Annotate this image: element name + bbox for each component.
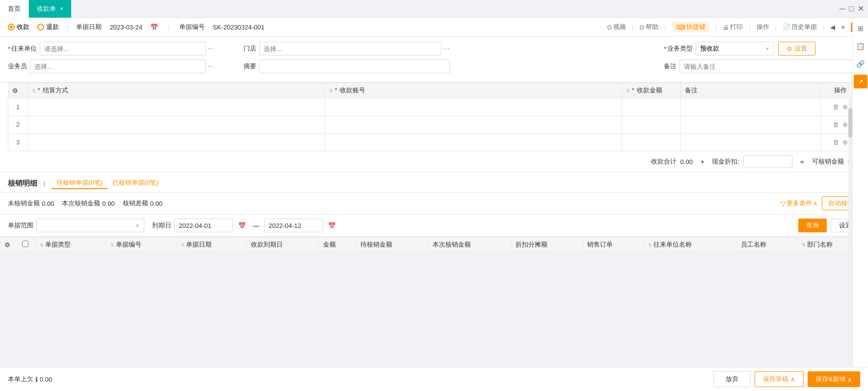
- save-draft-btn[interactable]: 保存草稿 ∧: [755, 371, 804, 387]
- biz-type-field: * 业务类型 预收款 ▼ ⚙ 设置: [664, 42, 860, 56]
- biz-type-select[interactable]: 预收款 ▼: [696, 42, 774, 56]
- due-date-to[interactable]: [264, 219, 323, 232]
- row2-account[interactable]: [325, 116, 622, 134]
- help-icon: ⊙: [639, 24, 645, 31]
- row1-amount[interactable]: [622, 98, 681, 116]
- biz-required: *: [664, 45, 666, 53]
- summary-label: 摘要: [244, 62, 256, 71]
- due-date-from[interactable]: [174, 219, 233, 232]
- row2-settlement[interactable]: [28, 116, 325, 134]
- row1-remark[interactable]: [681, 98, 821, 116]
- print-icon: 🖨: [723, 24, 729, 31]
- remark-input[interactable]: [679, 59, 860, 73]
- tab-pending[interactable]: 待核销单据(0笔): [52, 177, 108, 189]
- carry-info-icon[interactable]: ℹ: [35, 376, 38, 383]
- nav-left-icon[interactable]: ◀: [830, 24, 835, 31]
- history-btn[interactable]: 📄 历史单据: [783, 23, 817, 31]
- writeoff-info-icon[interactable]: ℹ: [43, 180, 46, 187]
- sidebar-icon-1[interactable]: ⊞: [854, 22, 868, 35]
- staff-input[interactable]: [30, 59, 206, 73]
- row3-copy-icon[interactable]: ⊕: [842, 139, 848, 146]
- uncleaned-stat: 未核销金额 0.00: [8, 199, 54, 208]
- minimize-icon[interactable]: ─: [840, 4, 845, 13]
- query-btn[interactable]: 查询: [798, 219, 827, 232]
- form-row-1: * 往来单位 ··· 门店 ··· * 业务类型 预收款 ▼ ⚙ 设置: [8, 42, 860, 56]
- sidebar-icon-3[interactable]: 🔗: [854, 57, 868, 71]
- row2-copy-icon[interactable]: ⊕: [842, 121, 848, 128]
- tab-home[interactable]: 首页: [0, 0, 29, 18]
- select-all-checkbox[interactable]: [22, 241, 28, 247]
- row3-amount[interactable]: [622, 134, 681, 151]
- operate-btn[interactable]: 操作: [757, 23, 769, 31]
- radio-tuikuan[interactable]: 退款: [37, 23, 59, 31]
- partner-required: *: [8, 45, 10, 53]
- staff-more-btn[interactable]: ···: [208, 62, 214, 71]
- layout-list-icon[interactable]: ≡: [841, 24, 845, 31]
- row2-remark[interactable]: [681, 116, 821, 134]
- uncleaned-label: 未核销金额: [8, 199, 40, 208]
- row3-delete-icon[interactable]: 🗑: [833, 139, 839, 146]
- bottom-gear-icon[interactable]: ⚙: [4, 241, 10, 249]
- tab-done[interactable]: 已核销单据(0笔): [108, 177, 163, 189]
- tab-close-icon[interactable]: ×: [60, 5, 63, 12]
- carry-label: 本单上欠: [8, 375, 33, 384]
- scrollbar[interactable]: [848, 98, 852, 367]
- divider-4: |: [664, 24, 666, 31]
- abandon-btn[interactable]: 放弃: [713, 371, 751, 387]
- video-btn[interactable]: ⊙ 视频: [607, 23, 626, 31]
- table-gear-icon[interactable]: ⚙: [12, 87, 18, 94]
- receipt-table: ⚙ ⇅ * 结算方式 ⇅ * 收款账号 ⇅ * 收款金额: [8, 83, 860, 151]
- video-icon: ⊙: [607, 24, 612, 31]
- sidebar-icon-2[interactable]: 📋: [854, 39, 868, 53]
- row-num-3: 3: [8, 134, 28, 151]
- divider-3: |: [632, 24, 633, 31]
- partner-field: * 往来单位 ···: [8, 42, 214, 56]
- calendar-icon[interactable]: 📅: [150, 24, 158, 31]
- receipt-type-radio: 收款 退款: [8, 23, 59, 31]
- shop-label: 门店: [244, 44, 256, 53]
- close-window-icon[interactable]: ✕: [858, 4, 864, 13]
- more-conditions-btn[interactable]: ▽ 更多条件 ∧: [781, 199, 818, 208]
- partner-input[interactable]: [40, 42, 206, 56]
- scrollbar-thumb[interactable]: [848, 108, 852, 138]
- save-new-btn[interactable]: 保存&新增 ∧: [808, 371, 860, 387]
- shop-input[interactable]: [259, 42, 441, 56]
- col-gear[interactable]: ⚙: [8, 83, 28, 98]
- col-account-header: ⇅ * 收款账号: [325, 83, 622, 98]
- row3-account[interactable]: [325, 134, 622, 151]
- row2-delete-icon[interactable]: 🗑: [833, 121, 839, 128]
- toolbar-right-actions: ⊙ 视频 | ⊙ 帮助 | ⌨ 快捷键 | 🖨 打印 | 操作 | 📄 历史单据…: [607, 22, 860, 32]
- partner-more-btn[interactable]: ···: [208, 44, 214, 53]
- toolbar: 收款 退款 | 单据日期 2023-03-24 📅 | 单据编号 SK-2023…: [0, 18, 868, 37]
- row1-settlement[interactable]: [28, 98, 325, 116]
- bottom-col-gear[interactable]: ⚙: [0, 237, 18, 252]
- divider-8: |: [823, 24, 824, 31]
- help-btn[interactable]: ⊙ 帮助: [639, 23, 658, 31]
- summary-input[interactable]: [259, 59, 450, 73]
- row1-account[interactable]: [325, 98, 622, 116]
- discount-input[interactable]: [743, 155, 792, 168]
- sidebar-icon-4[interactable]: ↗: [854, 75, 868, 88]
- maximize-icon[interactable]: □: [849, 4, 854, 13]
- row1-delete-icon[interactable]: 🗑: [833, 103, 839, 111]
- row2-amount[interactable]: [622, 116, 681, 134]
- biz-type-label: 业务类型: [667, 44, 693, 53]
- row3-remark[interactable]: [681, 134, 821, 151]
- tab-shoukuan[interactable]: 收款单 ×: [29, 0, 71, 18]
- footer-info: 本单上欠 ℹ 0.00: [8, 375, 52, 384]
- shortcut-btn[interactable]: ⌨ 快捷键: [672, 22, 709, 32]
- row3-settlement[interactable]: [28, 134, 325, 151]
- shop-more-btn[interactable]: ···: [443, 44, 450, 53]
- right-sidebar: ⊞ 📋 🔗 ↗: [852, 18, 868, 391]
- print-btn[interactable]: 🖨 打印: [723, 23, 743, 31]
- date-cal-to[interactable]: 📅: [328, 222, 336, 229]
- table-row: 2 🗑 ⊕: [8, 116, 860, 134]
- radio-shoukuan[interactable]: 收款: [8, 23, 29, 31]
- date-cal-from[interactable]: 📅: [238, 222, 246, 229]
- row1-copy-icon[interactable]: ⊕: [842, 103, 848, 111]
- date-label: 单据日期: [76, 23, 102, 31]
- range-select[interactable]: ▼: [36, 219, 144, 232]
- bottom-col-checkbox[interactable]: [18, 237, 36, 252]
- settings-btn[interactable]: ⚙ 设置: [778, 42, 815, 56]
- toolbar-divider-2: |: [168, 24, 169, 31]
